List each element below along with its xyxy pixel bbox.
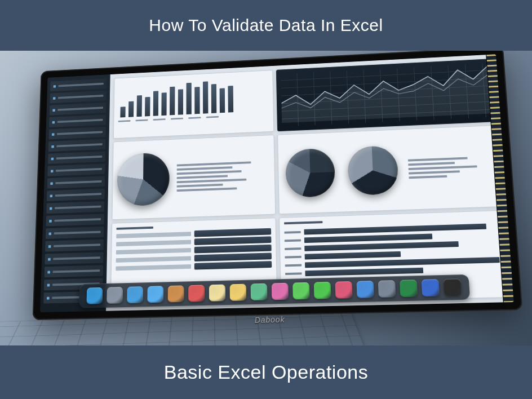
bar <box>136 95 142 117</box>
settings-icon[interactable] <box>378 280 396 298</box>
safari-icon[interactable] <box>127 286 143 303</box>
sidebar-item[interactable] <box>45 240 104 252</box>
contacts-icon[interactable] <box>168 285 184 302</box>
launchpad-icon[interactable] <box>107 287 123 304</box>
sidebar-item[interactable] <box>45 252 103 264</box>
sidebar-item[interactable] <box>45 265 103 277</box>
bar <box>194 87 200 114</box>
bar <box>211 84 217 113</box>
finder-icon[interactable] <box>87 287 103 304</box>
sidebar-item[interactable] <box>48 151 105 163</box>
maps-icon[interactable] <box>251 283 268 300</box>
bar <box>161 92 166 116</box>
sidebar-item[interactable] <box>46 214 104 226</box>
reminders-icon[interactable] <box>209 285 225 302</box>
photos-icon[interactable] <box>272 283 289 300</box>
bar-chart-panel <box>113 70 274 139</box>
appstore-icon[interactable] <box>357 281 374 298</box>
music-icon[interactable] <box>335 281 353 299</box>
sidebar-item[interactable] <box>47 189 105 201</box>
sidebar-item[interactable] <box>48 127 105 140</box>
sidebar-item[interactable] <box>47 176 105 188</box>
sidebar-item[interactable] <box>46 227 104 239</box>
dashboard-sidebar <box>40 74 110 312</box>
pie-panel-left <box>112 135 275 220</box>
sidebar-item[interactable] <box>47 163 105 176</box>
laptop: Dabook <box>21 51 532 345</box>
excel-icon[interactable] <box>400 280 418 297</box>
terminal-icon[interactable] <box>444 278 462 296</box>
footer-title: Basic Excel Operations <box>164 361 369 383</box>
hero-photo: Dabook <box>0 51 532 345</box>
pie-chart-1 <box>117 152 170 206</box>
screen <box>40 54 514 312</box>
bar <box>203 81 208 113</box>
pie-chart-3 <box>347 145 398 196</box>
bar <box>228 86 233 112</box>
footer-band: Basic Excel Operations <box>0 345 532 399</box>
screen-bezel <box>33 51 523 320</box>
header-band: How To Validate Data In Excel <box>0 0 532 51</box>
line-chart-svg <box>281 64 491 123</box>
bar <box>170 87 175 116</box>
dashboard-main <box>106 54 513 311</box>
bar <box>220 88 225 113</box>
bar <box>178 89 183 115</box>
mail-icon[interactable] <box>147 286 163 303</box>
sidebar-item[interactable] <box>50 78 107 91</box>
bar <box>145 96 150 116</box>
bar <box>128 101 134 117</box>
page-title: How To Validate Data In Excel <box>149 16 383 35</box>
sidebar-item[interactable] <box>50 103 107 116</box>
sidebar-item[interactable] <box>50 91 106 104</box>
facetime-icon[interactable] <box>314 282 331 299</box>
word-icon[interactable] <box>422 279 440 296</box>
bar <box>153 91 158 116</box>
bar <box>187 83 192 114</box>
calendar-icon[interactable] <box>188 285 205 302</box>
pie-chart-2 <box>285 148 335 198</box>
notes-icon[interactable] <box>230 284 247 301</box>
sidebar-item[interactable] <box>49 114 106 127</box>
pie-panel-right <box>277 125 503 214</box>
bar <box>120 107 125 117</box>
line-chart-panel <box>276 59 496 131</box>
messages-icon[interactable] <box>292 282 309 300</box>
sidebar-item[interactable] <box>48 139 106 152</box>
sidebar-item[interactable] <box>46 201 104 214</box>
laptop-brand-label: Dabook <box>255 315 285 325</box>
